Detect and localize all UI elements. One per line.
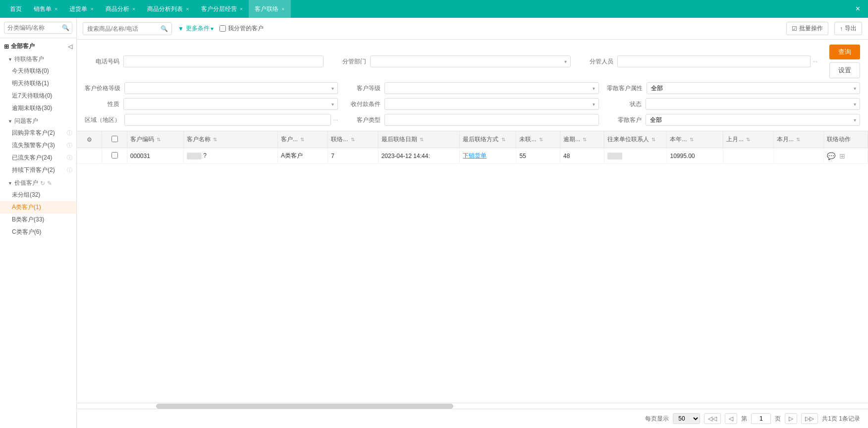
last-method-link[interactable]: 下销货单 — [463, 152, 487, 159]
price-level-select[interactable] — [124, 82, 338, 94]
sort-contact-icon[interactable]: ⇅ — [351, 137, 355, 142]
page-size-select[interactable]: 20 50 100 — [673, 413, 700, 424]
status-select[interactable] — [646, 98, 860, 110]
close-purchase-icon[interactable]: × — [90, 6, 93, 12]
query-button[interactable]: 查询 — [829, 45, 860, 59]
expand-icon-2: ▼ — [8, 119, 12, 124]
row-gear — [77, 148, 102, 164]
qr-icon[interactable]: ⊞ — [839, 152, 845, 160]
customer-type-input[interactable] — [384, 114, 599, 126]
sidebar-item-loss-warning[interactable]: 流失预警客户(3) ⓘ — [0, 139, 76, 152]
row-this-year: 10995.00 — [667, 148, 723, 164]
sidebar-item-tomorrow-pending[interactable]: 明天待联络(1) — [0, 77, 76, 90]
sort-name-icon[interactable]: ⇅ — [213, 137, 217, 142]
sort-year-icon[interactable]: ⇅ — [690, 137, 694, 142]
sidebar-item-b-class[interactable]: B类客户(33) — [0, 214, 76, 226]
sort-last-month-icon[interactable]: ⇅ — [746, 137, 750, 142]
row-checkbox — [102, 148, 127, 164]
close-goods-list-icon[interactable]: × — [186, 6, 189, 12]
region-input[interactable] — [124, 114, 331, 126]
region-field: 区域（地区） ··· — [85, 114, 338, 126]
last-page-button[interactable]: ▷▷ — [801, 413, 818, 424]
chat-icon[interactable]: 💬 — [827, 152, 835, 160]
sort-overdue-icon[interactable]: ⇅ — [583, 137, 587, 142]
my-customer-checkbox[interactable] — [219, 25, 226, 32]
group-value-customers[interactable]: ▼ 价值客户 ↻ ✎ — [0, 176, 76, 189]
search-input[interactable] — [83, 22, 172, 35]
next-page-button[interactable]: ▷ — [785, 413, 797, 424]
close-customer-contact-icon[interactable]: × — [281, 6, 284, 12]
expand-icon-3: ▼ — [8, 181, 12, 186]
sort-this-month-icon[interactable]: ⇅ — [796, 137, 800, 142]
sidebar-item-7days-pending[interactable]: 近7天待联络(0) — [0, 90, 76, 102]
nav-customer-layering[interactable]: 客户分层经营 × — [195, 0, 249, 18]
close-sales-icon[interactable]: × — [54, 6, 57, 12]
nav-purchase[interactable]: 进货单 × — [63, 0, 99, 18]
row-overdue-days: 48 — [560, 148, 604, 164]
sidebar-collapse-btn[interactable]: ◁ — [68, 43, 72, 50]
th-code: 客户编码 ⇅ — [127, 131, 183, 148]
window-close-button[interactable]: × — [852, 4, 864, 13]
sort-code-icon[interactable]: ⇅ — [157, 137, 161, 142]
scatter-customer-select[interactable]: 全部 — [646, 114, 860, 126]
filter-bar: 🔍 ▼ 更多条件 ▾ 我分管的客户 ☑ 批量操作 ↑ 导出 — [77, 18, 868, 40]
row-name: ? — [183, 148, 277, 164]
region-label: 区域（地区） — [85, 116, 120, 124]
close-customer-layering-icon[interactable]: × — [240, 6, 243, 12]
dept-select[interactable] — [370, 55, 570, 67]
nav-goods-analysis-list[interactable]: 商品分析列表 × — [141, 0, 195, 18]
th-uncontact-days: 未联... ⇅ — [516, 131, 560, 148]
th-gear[interactable]: ⚙ — [77, 131, 102, 148]
nature-field: 性质 ▾ — [85, 98, 338, 110]
sidebar-item-declining-customers[interactable]: 持续下滑客户(2) ⓘ — [0, 164, 76, 176]
page-number-input[interactable] — [751, 413, 771, 424]
more-filters-button[interactable]: ▼ 更多条件 ▾ — [178, 24, 214, 33]
dept-field: 分管部门 ▾ — [331, 55, 570, 67]
th-last-month: 上月... ⇅ — [723, 131, 773, 148]
row-select-checkbox[interactable] — [111, 152, 118, 159]
prev-page-button[interactable]: ◁ — [725, 413, 737, 424]
filter-icon: ▼ — [178, 25, 184, 32]
person-more-icon[interactable]: ··· — [813, 58, 817, 65]
sort-unit-icon[interactable]: ⇅ — [651, 137, 655, 142]
payment-select[interactable] — [384, 98, 599, 110]
sidebar-item-lost-customers[interactable]: 已流失客户(24) ⓘ — [0, 152, 76, 164]
customer-level-select[interactable] — [384, 82, 599, 94]
gear-settings-icon[interactable]: ⚙ — [87, 136, 92, 143]
sort-uncontact-icon[interactable]: ⇅ — [539, 137, 543, 142]
person-input[interactable] — [617, 55, 811, 67]
settings-button[interactable]: 设置 — [829, 62, 860, 78]
sort-type-icon[interactable]: ⇅ — [300, 137, 304, 142]
first-page-button[interactable]: ◁◁ — [704, 413, 721, 424]
sidebar-item-c-class[interactable]: C类客户(6) — [0, 226, 76, 238]
my-customer-filter[interactable]: 我分管的客户 — [219, 24, 264, 33]
region-more-icon[interactable]: ··· — [333, 116, 338, 123]
export-button[interactable]: ↑ 导出 — [834, 22, 862, 35]
bulk-op-button[interactable]: ☑ 批量操作 — [786, 22, 828, 35]
horizontal-scrollbar[interactable] — [77, 403, 868, 409]
close-goods-analysis-icon[interactable]: × — [132, 6, 135, 12]
nav-sales[interactable]: 销售单 × — [28, 0, 63, 18]
nav-customer-contact[interactable]: 客户联络 × — [249, 0, 290, 18]
group-pending-contact[interactable]: ▼ 待联络客户 — [0, 53, 76, 65]
phone-input[interactable] — [123, 55, 324, 67]
edit-icon[interactable]: ✎ — [47, 180, 52, 187]
sort-date-icon[interactable]: ⇅ — [420, 137, 424, 142]
refresh-icon[interactable]: ↻ — [40, 180, 45, 187]
scrollbar-thumb[interactable] — [156, 404, 453, 409]
customer-level-label: 客户等级 — [346, 84, 380, 93]
nav-home[interactable]: 首页 — [4, 0, 28, 18]
sidebar-item-ungrouped[interactable]: 未分组(32) — [0, 189, 76, 201]
sidebar-item-overdue-contact[interactable]: 逾期未联络(30) — [0, 102, 76, 114]
person-label: 分管人员 — [579, 57, 613, 66]
group-problem-customers[interactable]: ▼ 问题客户 — [0, 114, 76, 127]
select-all-checkbox[interactable] — [111, 136, 118, 142]
all-customers-header[interactable]: ⊞ 全部客户 ◁ — [0, 38, 76, 53]
nature-select[interactable] — [123, 98, 338, 110]
sidebar-item-repurchase-abnormal[interactable]: 回购异常客户(2) ⓘ — [0, 127, 76, 139]
sidebar-item-today-pending[interactable]: 今天待联络(0) — [0, 65, 76, 77]
nav-goods-analysis[interactable]: 商品分析 × — [100, 0, 141, 18]
scatter-attr-select[interactable]: 全部 — [647, 82, 860, 94]
sidebar-item-a-class[interactable]: A类客户(1) — [0, 201, 76, 214]
sort-method-icon[interactable]: ⇅ — [501, 137, 505, 142]
